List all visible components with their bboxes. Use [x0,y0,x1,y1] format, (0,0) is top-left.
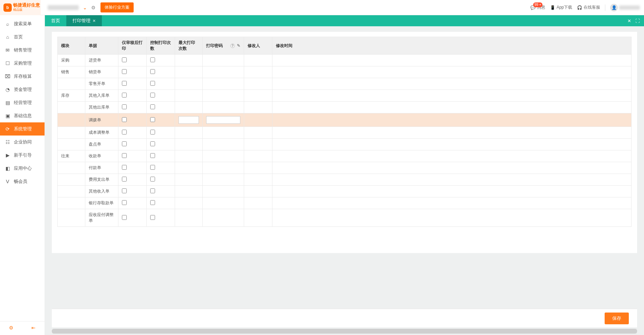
sidebar-item-guide[interactable]: ▶新手引导 [0,149,45,162]
cell-user [244,162,272,174]
ctrl-checkbox[interactable] [150,104,155,109]
cell-user [244,66,272,78]
audit-checkbox[interactable] [122,57,127,62]
footer-bar: 保存 [52,309,637,327]
cell-audit [118,55,147,66]
cell-audit [118,113,147,127]
ctrl-checkbox[interactable] [150,69,155,74]
cell-doc: 其他入库单 [85,90,118,102]
app-download-button[interactable]: 📱 App下载 [550,4,572,10]
sidebar-item-inventory[interactable]: ⌧库存核算 [0,70,45,83]
audit-checkbox[interactable] [122,165,127,170]
close-icon[interactable]: ✕ [93,19,96,23]
divider [605,4,605,11]
tab-print-management[interactable]: 打印管理 ✕ [66,15,102,26]
ctrl-checkbox[interactable] [150,200,155,205]
audit-checkbox[interactable] [122,130,127,134]
cell-user [244,113,272,127]
cell-pwd [203,186,244,197]
collapse-icon[interactable]: ⇤ [31,325,36,332]
table-row: 其他出库单 [58,102,632,113]
ctrl-checkbox[interactable] [150,141,155,146]
page-body: 模块 单据 仅审核后打印 控制打印次数 最大打印次数 打印密码 ? ✎ [45,26,644,305]
trial-button[interactable]: 体验行业方案 [100,2,134,12]
horizontal-scrollbar[interactable] [52,329,637,334]
cell-time [272,78,632,90]
sidebar-item-collab[interactable]: ☷企业协同 [0,136,45,149]
cell-module [58,113,85,127]
max-print-input[interactable] [179,116,199,124]
audit-checkbox[interactable] [122,104,127,109]
sidebar-item-apps[interactable]: ◧应用中心 [0,162,45,175]
sidebar-item-home[interactable]: ⌂首页 [0,30,45,44]
cell-pwd [203,55,244,66]
cell-module [58,78,85,90]
audit-checkbox[interactable] [122,117,127,122]
audit-checkbox[interactable] [122,153,127,158]
audit-checkbox[interactable] [122,93,127,97]
cell-doc: 盘点单 [85,139,118,150]
sidebar-item-sales[interactable]: ✉销售管理 [0,44,45,57]
sidebar-item-member[interactable]: V畅会员 [0,175,45,188]
settings-icon[interactable]: ⚙ [9,325,13,332]
sidebar-item-system[interactable]: ⟳系统管理 [0,122,45,136]
help-icon[interactable]: ? [230,44,235,48]
ctrl-checkbox[interactable] [150,215,155,220]
save-button[interactable]: 保存 [605,313,629,324]
sidebar-item-funds[interactable]: ◔资金管理 [0,83,45,96]
user-menu[interactable]: 👤 [610,4,640,11]
th-pwd-label: 打印密码 [206,43,223,49]
customer-service-button[interactable]: 🎧 在线客服 [577,4,600,10]
headset-icon: 🎧 [577,5,582,10]
sidebar-item-base[interactable]: ▣基础信息 [0,109,45,122]
audit-checkbox[interactable] [122,141,127,146]
cell-module [58,127,85,139]
audit-checkbox[interactable] [122,215,127,220]
audit-checkbox[interactable] [122,69,127,74]
ctrl-checkbox[interactable] [150,188,155,193]
cell-max [175,55,203,66]
ctrl-checkbox[interactable] [150,153,155,158]
gear-icon[interactable]: ⚙ [91,5,96,10]
cell-time [272,209,632,227]
tabs-close-all-icon[interactable]: ✕ [627,18,631,24]
ctrl-checkbox[interactable] [150,117,155,122]
cell-user [244,209,272,227]
cell-user [244,150,272,162]
ctrl-checkbox[interactable] [150,57,155,62]
ctrl-checkbox[interactable] [150,81,155,86]
sidebar-item-ops[interactable]: ▤经营管理 [0,96,45,109]
fullscreen-icon[interactable]: ⛶ [635,18,640,24]
audit-checkbox[interactable] [122,200,127,205]
company-selector[interactable]: ⌄ ⚙ [48,5,96,10]
th-time: 修改时间 [272,37,632,55]
cell-time [272,174,632,186]
audit-checkbox[interactable] [122,81,127,86]
cell-max [175,186,203,197]
cell-audit [118,127,147,139]
edit-icon[interactable]: ✎ [237,43,240,48]
messages-button[interactable]: 💬 消息 99 + [530,4,545,10]
tab-home[interactable]: 首页 [45,15,66,26]
base-icon: ▣ [5,113,10,119]
cell-user [244,186,272,197]
audit-checkbox[interactable] [122,188,127,193]
cell-max [175,197,203,209]
cell-ctrl [147,113,175,127]
cell-module [58,162,85,174]
ctrl-checkbox[interactable] [150,93,155,97]
print-password-input[interactable] [206,116,240,124]
cell-max [175,78,203,90]
cell-ctrl [147,186,175,197]
ctrl-checkbox[interactable] [150,130,155,134]
cell-module [58,174,85,186]
cell-ctrl [147,174,175,186]
scrollbar-thumb[interactable] [52,329,637,334]
audit-checkbox[interactable] [122,177,127,182]
sidebar-item-purchase[interactable]: ☐采购管理 [0,57,45,70]
member-icon: V [5,179,10,184]
ctrl-checkbox[interactable] [150,177,155,182]
cell-module: 库存 [58,90,85,102]
ctrl-checkbox[interactable] [150,165,155,170]
sidebar-item-search-menu[interactable]: ⌕搜索菜单 [0,17,45,30]
